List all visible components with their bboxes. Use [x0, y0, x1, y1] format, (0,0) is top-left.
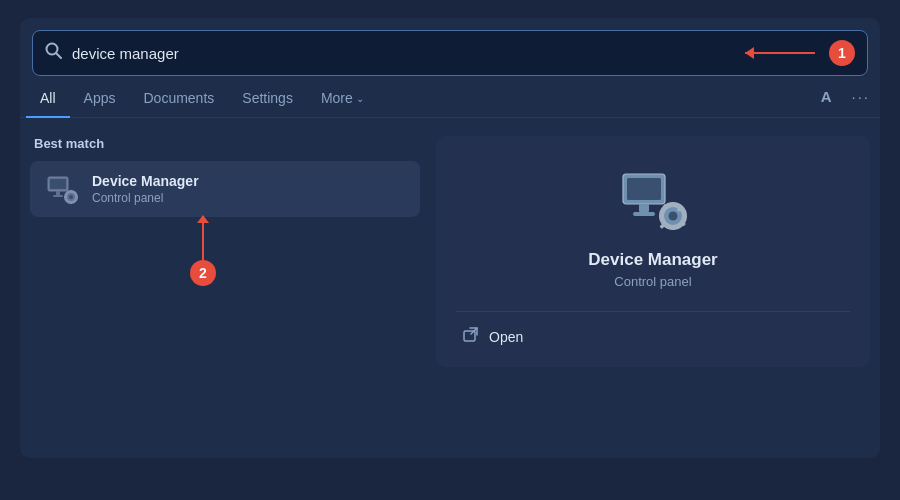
- result-item-wrapper: Device Manager Control panel 2: [30, 161, 420, 217]
- annotation-badge-1: 1: [829, 40, 855, 66]
- tab-all[interactable]: All: [26, 84, 70, 118]
- svg-rect-23: [682, 215, 687, 218]
- tabs-row: All Apps Documents Settings More ⌄ A ···: [20, 76, 880, 118]
- open-label: Open: [489, 329, 523, 345]
- right-panel-divider: [456, 311, 850, 312]
- result-item-subtitle: Control panel: [92, 191, 199, 205]
- svg-line-1: [56, 53, 61, 58]
- annotation-badge-2: 2: [190, 260, 216, 286]
- result-item[interactable]: Device Manager Control panel: [30, 161, 420, 217]
- left-panel: Best match: [30, 136, 420, 367]
- annotation-1-group: 1: [745, 40, 855, 66]
- best-match-label: Best match: [30, 136, 420, 151]
- svg-rect-16: [633, 212, 655, 216]
- result-item-title: Device Manager: [92, 173, 199, 189]
- open-button[interactable]: Open: [456, 326, 523, 347]
- tab-settings[interactable]: Settings: [228, 84, 307, 118]
- search-input[interactable]: [72, 45, 735, 62]
- more-options-button[interactable]: ···: [847, 88, 874, 105]
- svg-rect-21: [672, 225, 675, 230]
- svg-rect-3: [50, 179, 66, 189]
- svg-rect-9: [70, 190, 72, 193]
- tabs-right-group: A ···: [817, 88, 874, 113]
- search-icon: [45, 42, 62, 64]
- annotation-arrow-2: [202, 216, 204, 260]
- open-external-icon: [462, 326, 479, 347]
- svg-rect-11: [64, 196, 67, 198]
- annotation-arrowhead-2: [197, 215, 209, 223]
- right-panel: Device Manager Control panel Open: [436, 136, 870, 367]
- annotation-arrowhead-1: [745, 47, 754, 59]
- chevron-down-icon: ⌄: [356, 93, 364, 104]
- annotation-arrow-1: [745, 52, 815, 54]
- main-content: Best match: [20, 118, 880, 377]
- right-panel-title: Device Manager: [588, 250, 717, 270]
- tab-documents[interactable]: Documents: [129, 84, 228, 118]
- svg-rect-12: [75, 196, 78, 198]
- right-panel-subtitle: Control panel: [614, 274, 691, 289]
- search-bar: 1: [32, 30, 868, 76]
- svg-rect-4: [56, 191, 60, 195]
- svg-rect-14: [627, 178, 661, 200]
- svg-rect-15: [639, 204, 649, 212]
- svg-point-19: [669, 212, 678, 221]
- tab-apps[interactable]: Apps: [70, 84, 130, 118]
- font-size-button[interactable]: A: [817, 88, 836, 105]
- annotation-2-group: 2: [190, 216, 216, 286]
- svg-rect-22: [659, 215, 664, 218]
- svg-rect-20: [672, 202, 675, 207]
- svg-rect-10: [70, 201, 72, 204]
- tab-more[interactable]: More ⌄: [307, 84, 378, 118]
- right-panel-device-manager-icon: [617, 164, 689, 236]
- device-manager-icon: [44, 171, 80, 207]
- svg-point-8: [69, 195, 73, 199]
- svg-rect-5: [53, 195, 63, 197]
- search-panel: 1 All Apps Documents Settings More ⌄ A ·…: [20, 18, 880, 458]
- result-item-text: Device Manager Control panel: [92, 173, 199, 205]
